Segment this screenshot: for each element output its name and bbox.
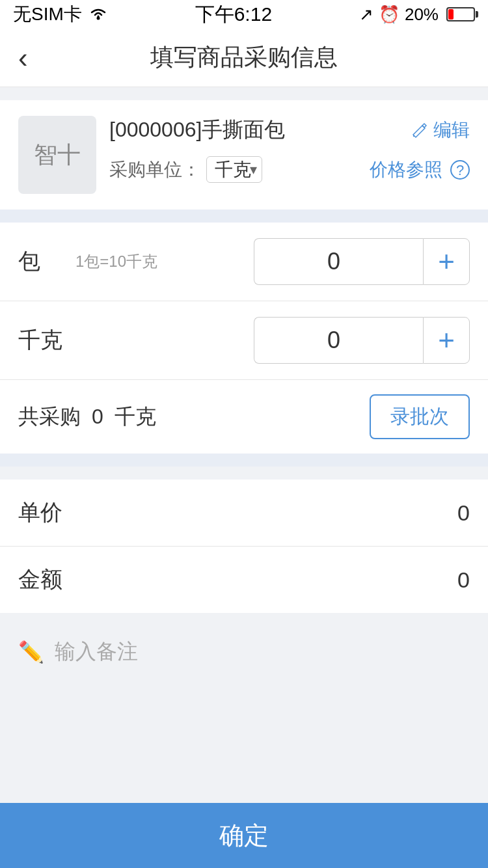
bag-label: 包 — [18, 247, 70, 277]
summary-text-group: 共采购 0 千克 — [18, 403, 156, 431]
bag-input-row: 包 1包=10千克 + — [0, 223, 488, 301]
kg-quantity-input[interactable] — [254, 317, 423, 364]
location-icon: ↗ — [359, 5, 373, 25]
amount-row: 金额 0 — [0, 547, 488, 613]
unit-label: 采购单位： — [109, 159, 200, 180]
no-sim-label: 无SIM卡 — [13, 2, 82, 27]
product-card: 智十 [0000006]手撕面包 编辑 采购单位： — [0, 100, 488, 210]
kg-plus-button[interactable]: + — [423, 317, 470, 364]
status-bar: 无SIM卡 下午6:12 ↗ ⏰ 20% — [0, 0, 488, 29]
batch-button[interactable]: 录批次 — [370, 394, 470, 439]
product-thumbnail: 智十 — [18, 116, 96, 194]
divider-band-2 — [0, 454, 488, 467]
kg-label: 千克 — [18, 325, 70, 355]
svg-point-0 — [96, 17, 100, 20]
bag-quantity-input[interactable] — [254, 238, 423, 285]
note-placeholder: 输入备注 — [55, 638, 138, 666]
summary-value: 0 — [92, 405, 103, 428]
product-full-name: [0000006]手撕面包 — [109, 116, 285, 144]
status-time: 下午6:12 — [195, 1, 272, 28]
confirm-bar[interactable]: 确定 — [0, 803, 488, 868]
amount-label: 金额 — [18, 565, 62, 595]
edit-button[interactable]: 编辑 — [411, 118, 470, 142]
bag-plus-button[interactable]: + — [423, 238, 470, 285]
price-ref-label: 价格参照 — [370, 157, 442, 182]
page-title: 填写商品采购信息 — [150, 42, 338, 74]
price-ref-section[interactable]: 价格参照 ? — [370, 157, 470, 182]
edit-label: 编辑 — [433, 118, 470, 142]
alarm-icon: ⏰ — [379, 5, 400, 25]
kg-input-row: 千克 + — [0, 301, 488, 380]
back-button[interactable]: ‹ — [18, 44, 28, 72]
nav-bar: ‹ 填写商品采购信息 — [0, 29, 488, 87]
input-section: 包 1包=10千克 + 千克 + 共采购 0 千克 录批次 — [0, 223, 488, 454]
unit-select[interactable]: 千克 — [206, 156, 262, 183]
amount-value: 0 — [457, 567, 470, 593]
product-info: [0000006]手撕面包 编辑 采购单位： 千克 — [109, 116, 470, 183]
wifi-icon — [88, 4, 108, 25]
kg-input-right: + — [254, 317, 470, 364]
summary-label: 共采购 — [18, 405, 81, 428]
confirm-button[interactable]: 确定 — [219, 819, 269, 852]
status-left: 无SIM卡 — [13, 2, 108, 27]
product-name-row: [0000006]手撕面包 编辑 — [109, 116, 470, 144]
summary-unit: 千克 — [115, 405, 156, 428]
status-right: ↗ ⏰ 20% — [359, 5, 475, 25]
divider-band-1 — [0, 210, 488, 223]
content-filler — [0, 691, 488, 821]
battery-icon — [446, 7, 475, 21]
unit-row: 采购单位： 千克 价格参照 ? — [109, 156, 470, 183]
unit-section: 采购单位： 千克 — [109, 156, 262, 183]
unit-select-wrapper[interactable]: 千克 — [206, 156, 262, 183]
unit-price-value: 0 — [457, 500, 470, 526]
bag-sub-label: 1包=10千克 — [75, 251, 254, 272]
unit-price-row: 单价 0 — [0, 480, 488, 547]
unit-price-label: 单价 — [18, 498, 62, 528]
product-logo: 智十 — [34, 139, 81, 171]
summary-row: 共采购 0 千克 录批次 — [0, 380, 488, 454]
bag-input-right: + — [254, 238, 470, 285]
pencil-icon: ✏️ — [18, 640, 44, 664]
info-section: 单价 0 金额 0 — [0, 480, 488, 613]
price-ref-question-icon: ? — [450, 160, 470, 180]
note-area[interactable]: ✏️ 输入备注 — [0, 613, 488, 691]
battery-percent: 20% — [405, 5, 439, 25]
